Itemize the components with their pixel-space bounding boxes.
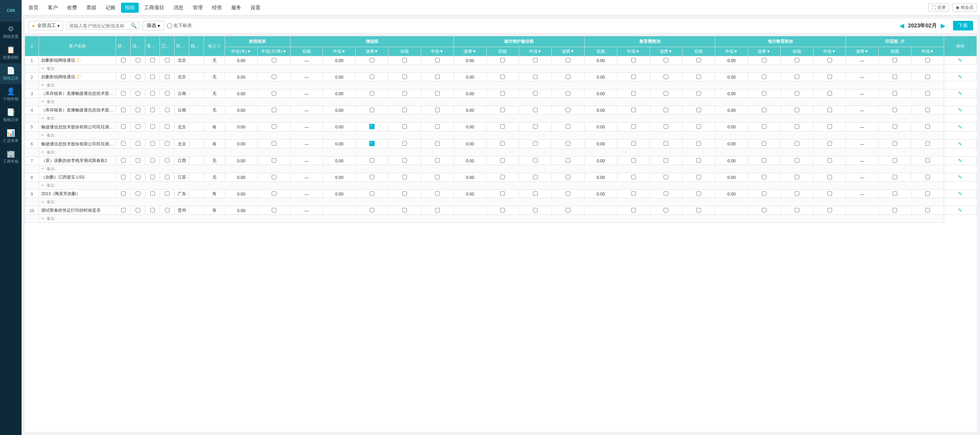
prev-date-button[interactable]: ◀ <box>898 21 906 30</box>
chaoshui-checkbox[interactable] <box>121 141 126 146</box>
zz-checkbox[interactable] <box>370 91 374 96</box>
jy-checkbox2[interactable] <box>664 208 668 212</box>
queren-checkbox[interactable] <box>150 141 155 146</box>
caibao-mon-checkbox[interactable] <box>272 158 276 163</box>
sidebar-item-baoshui-jilu2[interactable]: 📑 报税记录 <box>0 105 22 126</box>
zz-checkbox[interactable] <box>370 108 374 112</box>
caibao-mon-checkbox[interactable] <box>272 74 276 79</box>
cs-checkbox3[interactable] <box>566 158 570 163</box>
df-checkbox3[interactable] <box>827 175 832 179</box>
df-checkbox1[interactable] <box>762 91 767 96</box>
jy-checkbox3[interactable] <box>696 141 701 146</box>
queren-checkbox[interactable] <box>150 108 155 112</box>
wanshui-checkbox[interactable] <box>165 74 170 79</box>
yh-checkbox1[interactable] <box>893 208 897 212</box>
wanshui-checkbox[interactable] <box>165 124 170 129</box>
chaoshui-checkbox[interactable] <box>121 108 126 112</box>
df-checkbox1[interactable] <box>762 158 767 163</box>
caibao-mon-checkbox[interactable] <box>272 58 276 62</box>
df-checkbox2[interactable] <box>795 191 799 196</box>
zz-checkbox2[interactable] <box>402 208 407 212</box>
jy-checkbox2[interactable] <box>664 74 668 79</box>
sidebar-item-geren-shenbao[interactable]: 👤 个税申报 <box>0 84 22 105</box>
jy-checkbox1[interactable] <box>631 141 636 146</box>
jy-checkbox1[interactable] <box>631 175 636 179</box>
jy-checkbox3[interactable] <box>696 74 701 79</box>
jy-checkbox2[interactable] <box>664 108 668 112</box>
zz-checkbox3[interactable] <box>435 141 440 146</box>
chaoshui-checkbox[interactable] <box>121 124 126 129</box>
cs-checkbox3[interactable] <box>566 108 570 112</box>
yh-checkbox1[interactable] <box>893 58 897 62</box>
nav-item-shezhi[interactable]: 设置 <box>247 3 264 13</box>
qingka-checkbox[interactable] <box>136 175 140 179</box>
nav-item-jizhi[interactable]: 记账 <box>102 3 119 13</box>
edit-icon[interactable]: ✎ <box>958 107 962 113</box>
zz-checkbox2[interactable] <box>402 108 407 112</box>
df-checkbox2[interactable] <box>795 124 799 129</box>
edit-icon[interactable]: ✎ <box>958 141 962 147</box>
zz-checkbox2[interactable] <box>402 58 407 62</box>
cs-checkbox3[interactable] <box>566 74 570 79</box>
zz-checkbox2[interactable] <box>402 191 407 196</box>
download-button[interactable]: 下载 <box>953 21 973 30</box>
zz-checkbox[interactable] <box>370 58 374 62</box>
sidebar-item-baoshui-shezhi[interactable]: ⚙ 报税设置 <box>0 22 22 42</box>
df-checkbox2[interactable] <box>795 175 799 179</box>
cs-checkbox2[interactable] <box>533 141 538 146</box>
jy-checkbox1[interactable] <box>631 91 636 96</box>
caibao-mon-checkbox[interactable] <box>272 108 276 112</box>
df-checkbox1[interactable] <box>762 74 767 79</box>
wanshui-checkbox[interactable] <box>165 108 170 112</box>
edit-icon[interactable]: ✎ <box>958 207 962 213</box>
sidebar-item-piliang-baoshui[interactable]: 📋 批量报税 <box>0 42 22 63</box>
jy-checkbox1[interactable] <box>631 158 636 163</box>
cs-checkbox2[interactable] <box>533 74 538 79</box>
wanshui-checkbox[interactable] <box>165 91 170 96</box>
jy-checkbox3[interactable] <box>696 124 701 129</box>
zz-checkbox[interactable] <box>370 175 374 179</box>
yh-checkbox2[interactable] <box>925 108 930 112</box>
jy-checkbox3[interactable] <box>696 158 701 163</box>
zz-checkbox[interactable] <box>370 158 374 163</box>
jy-checkbox2[interactable] <box>664 124 668 129</box>
queren-checkbox[interactable] <box>150 91 155 96</box>
jy-checkbox3[interactable] <box>696 91 701 96</box>
nav-item-kehu[interactable]: 客户 <box>44 3 62 13</box>
cs-checkbox1[interactable] <box>500 158 505 163</box>
chaoshui-checkbox[interactable] <box>121 208 126 212</box>
qingka-checkbox[interactable] <box>136 124 140 129</box>
zz-checkbox3[interactable] <box>435 58 440 62</box>
nav-item-jingying[interactable]: 经营 <box>208 3 226 13</box>
zz-checkbox3[interactable] <box>435 191 440 196</box>
yh-checkbox1[interactable] <box>893 124 897 129</box>
yh-checkbox1[interactable] <box>893 91 897 96</box>
df-checkbox2[interactable] <box>795 91 799 96</box>
nav-item-guanli[interactable]: 管理 <box>189 3 207 13</box>
df-checkbox3[interactable] <box>827 208 832 212</box>
edit-icon[interactable]: ✎ <box>958 57 962 63</box>
next-date-button[interactable]: ▶ <box>939 21 947 30</box>
yh-checkbox2[interactable] <box>925 191 930 196</box>
cs-checkbox3[interactable] <box>566 124 570 129</box>
jy-checkbox2[interactable] <box>664 191 668 196</box>
nav-item-fuwu[interactable]: 服务 <box>227 3 245 13</box>
yh-checkbox1[interactable] <box>893 191 897 196</box>
qingka-checkbox[interactable] <box>136 208 140 212</box>
chaoshui-checkbox[interactable] <box>121 158 126 163</box>
fullscreen-button[interactable]: ⛶ 全屏 <box>928 3 949 12</box>
zz-checkbox[interactable] <box>370 191 374 196</box>
yh-checkbox2[interactable] <box>925 58 930 62</box>
cs-checkbox3[interactable] <box>566 191 570 196</box>
edit-icon[interactable]: ✎ <box>958 158 962 164</box>
zz-checkbox3[interactable] <box>435 108 440 112</box>
zz-checkbox2[interactable] <box>402 124 407 129</box>
qingka-checkbox[interactable] <box>136 108 140 112</box>
nav-item-xiaoxi[interactable]: 消息 <box>170 3 187 13</box>
cs-checkbox1[interactable] <box>500 175 505 179</box>
cs-checkbox3[interactable] <box>566 91 570 96</box>
zz-checkbox3[interactable] <box>435 158 440 163</box>
wanshui-checkbox[interactable] <box>165 175 170 179</box>
jy-checkbox1[interactable] <box>631 58 636 62</box>
qingka-checkbox[interactable] <box>136 74 140 79</box>
